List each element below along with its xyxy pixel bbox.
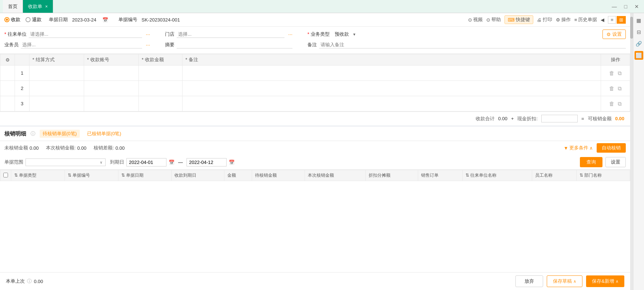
- panel-icon-1[interactable]: ▦: [635, 16, 643, 25]
- store-label: 门店: [165, 31, 174, 38]
- table-remark-th: * 备注: [182, 54, 601, 66]
- print-action[interactable]: 🖨 打印: [537, 16, 552, 23]
- history-action[interactable]: ≡ 历史单据: [574, 16, 597, 23]
- abandon-button[interactable]: 放弃: [515, 275, 543, 287]
- partner-more-icon[interactable]: ···: [146, 31, 150, 37]
- col-bill-no: ⇅ 单据编号: [64, 170, 118, 181]
- range-select[interactable]: ∨: [25, 158, 106, 166]
- form-row-2: 业务员 ··· 摘要 备注: [4, 41, 626, 48]
- net-value: 0.00: [615, 116, 624, 121]
- minimize-button[interactable]: —: [610, 3, 619, 10]
- range-chevron-icon: ∨: [100, 160, 102, 164]
- date-separator: —: [178, 160, 183, 165]
- nav-prev-button[interactable]: ◀: [601, 17, 604, 23]
- layout-grid-button[interactable]: ⊞: [617, 16, 626, 24]
- verify-header: 核销明细 ⓘ 待核销单据(0笔) 已核销单据(0笔): [0, 127, 630, 141]
- table-container: ⚙ * 结算方式 * 收款账号 * 收款金额: [0, 54, 630, 111]
- remark-input[interactable]: [319, 41, 626, 48]
- row-3-amount[interactable]: [139, 96, 182, 111]
- row-3-delete-button[interactable]: 🗑: [608, 101, 616, 107]
- row-1-copy-button[interactable]: ⧉: [617, 70, 623, 77]
- prev-value: 0.00: [34, 279, 43, 284]
- row-2-copy-button[interactable]: ⧉: [617, 85, 623, 92]
- row-2-delete-button[interactable]: 🗑: [608, 85, 616, 91]
- help-action[interactable]: ⊙ 帮助: [486, 16, 501, 23]
- filter-settings-button[interactable]: 设置: [605, 157, 626, 167]
- row-3-remark[interactable]: [182, 96, 601, 111]
- staff-input[interactable]: [21, 41, 142, 48]
- discount-label: 现金折扣:: [517, 115, 538, 122]
- table-account-th: * 收款账号: [84, 54, 139, 66]
- staff-more-icon[interactable]: ···: [146, 42, 150, 48]
- shortcut-button[interactable]: ⌨ 快捷键: [504, 15, 533, 24]
- date-end-input[interactable]: [186, 158, 227, 166]
- pending-tab[interactable]: 待核销单据(0笔): [40, 130, 80, 138]
- col-current: 本次核销金额: [305, 170, 365, 181]
- close-window-button[interactable]: ✕: [632, 3, 641, 10]
- panel-icon-4[interactable]: ⬜: [635, 51, 643, 60]
- tab-home[interactable]: 首页: [3, 0, 23, 13]
- row-1-settle[interactable]: [30, 66, 84, 81]
- save-draft-label: 保存草稿: [553, 278, 572, 285]
- calendar-icon[interactable]: 📅: [102, 17, 108, 23]
- store-input[interactable]: [177, 31, 284, 38]
- current-stat: 本次核销金额: 0.00: [46, 145, 86, 151]
- video-action[interactable]: ⊙ 视频: [468, 16, 483, 23]
- radio-refund[interactable]: 退款: [25, 16, 42, 23]
- diff-stat: 核销差额: 0.00: [94, 145, 125, 151]
- unverified-stat: 未核销金额 0.00: [4, 145, 39, 151]
- form-area: 往来单位 ··· 门店 ··· 业务类型 预收款 ▼: [0, 27, 630, 54]
- discount-input[interactable]: [541, 115, 578, 122]
- done-tab[interactable]: 已核销单据(0笔): [84, 130, 124, 138]
- query-button[interactable]: 查询: [580, 157, 602, 167]
- memo-input[interactable]: [177, 41, 292, 48]
- row-3-ops: 🗑 ⧉: [601, 96, 630, 111]
- layout-list-button[interactable]: ≡: [608, 16, 616, 24]
- radio-receive[interactable]: 收款: [4, 16, 20, 23]
- panel-icon-3[interactable]: 🔗: [635, 39, 643, 48]
- maximize-button[interactable]: □: [622, 3, 629, 10]
- save-new-button[interactable]: 保存&新增 ∧: [586, 275, 624, 287]
- table-row: 3 🗑 ⧉: [0, 96, 630, 111]
- settings-button[interactable]: ⚙ 设置: [602, 30, 626, 39]
- row-1-account[interactable]: [84, 66, 139, 81]
- row-3-account[interactable]: [84, 96, 139, 111]
- row-3-copy-button[interactable]: ⧉: [617, 101, 623, 107]
- right-panel: ▦ ⊟ 🔗 ⬜: [633, 13, 644, 290]
- row-2-settle[interactable]: [30, 81, 84, 96]
- date-label: 单据日期: [49, 16, 68, 23]
- scrollbar[interactable]: [630, 13, 633, 290]
- verify-table: ⇅ 单据类型 ⇅ 单据编号 ⇅ 单据日期 收款到期日 金额 待核销金额 本次核销…: [0, 170, 630, 181]
- operate-action[interactable]: ⚙ 操作: [556, 16, 571, 23]
- save-draft-button[interactable]: 保存草稿 ∧: [547, 275, 582, 287]
- partner-input[interactable]: [29, 31, 142, 38]
- row-1-gear: [0, 66, 15, 81]
- check-all-th[interactable]: [0, 170, 11, 181]
- row-1-delete-button[interactable]: 🗑: [608, 70, 616, 76]
- scroll-thumb[interactable]: [630, 17, 633, 39]
- tab-close-icon[interactable]: ×: [45, 4, 48, 9]
- panel-icon-2[interactable]: ⊟: [635, 28, 643, 36]
- calendar-end-icon[interactable]: 📅: [229, 160, 235, 165]
- radio-receive-dot: [4, 17, 9, 22]
- row-3-settle[interactable]: [30, 96, 84, 111]
- tab-bar: 首页 收款单 × — □ ✕: [0, 0, 644, 13]
- more-filter-button[interactable]: ▼ 更多条件 ∧: [564, 145, 593, 151]
- row-2-amount[interactable]: [139, 81, 182, 96]
- row-1-remark[interactable]: [182, 66, 601, 81]
- check-all-checkbox[interactable]: [3, 173, 8, 177]
- row-1-amount[interactable]: [139, 66, 182, 81]
- biz-type-chevron[interactable]: ▼: [353, 32, 356, 36]
- verify-info-icon[interactable]: ⓘ: [31, 130, 35, 137]
- store-more-icon[interactable]: ···: [288, 31, 292, 37]
- date-start-input[interactable]: [126, 158, 166, 166]
- auto-verify-button[interactable]: 自动核销: [597, 143, 626, 153]
- calendar-start-icon[interactable]: 📅: [169, 160, 174, 165]
- row-2-account[interactable]: [84, 81, 139, 96]
- table-idx-th: [15, 54, 30, 66]
- table-gear-th[interactable]: ⚙: [0, 54, 15, 66]
- info-icon[interactable]: ⓘ: [27, 278, 32, 285]
- tab-bill[interactable]: 收款单 ×: [23, 0, 53, 13]
- row-2-remark[interactable]: [182, 81, 601, 96]
- row-3-gear: [0, 96, 15, 111]
